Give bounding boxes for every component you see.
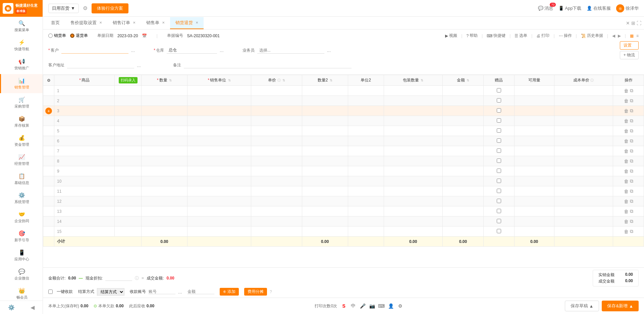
gift-checkbox[interactable] bbox=[497, 138, 501, 143]
available-cell[interactable] bbox=[514, 86, 554, 96]
quantity2-cell[interactable] bbox=[302, 176, 348, 186]
amount-cell[interactable] bbox=[443, 96, 484, 106]
quantity2-cell[interactable] bbox=[302, 146, 348, 156]
sales-unit-cell[interactable] bbox=[187, 156, 251, 166]
unit-price-cell[interactable] bbox=[251, 176, 302, 186]
product-cell[interactable] bbox=[115, 156, 142, 166]
address-input[interactable] bbox=[67, 62, 134, 68]
sales-unit-cell[interactable] bbox=[187, 186, 251, 196]
staff-input[interactable] bbox=[257, 47, 324, 54]
product-cell[interactable] bbox=[115, 116, 142, 126]
quantity-cell[interactable] bbox=[142, 166, 187, 176]
tab-fullscreen-icon[interactable]: ⛶ bbox=[637, 20, 641, 26]
settings-bottom-icon[interactable]: ⚙️ bbox=[8, 304, 15, 311]
sales-unit-cell[interactable] bbox=[187, 126, 251, 136]
available-cell[interactable] bbox=[514, 96, 554, 106]
quantity-cell[interactable] bbox=[142, 146, 187, 156]
unit2-cell[interactable] bbox=[348, 96, 384, 106]
qty-sort[interactable]: ⇅ bbox=[169, 78, 172, 82]
product-cell[interactable] bbox=[115, 166, 142, 176]
next-record-icon[interactable]: ▶ bbox=[618, 34, 621, 38]
copy-row-btn[interactable]: ⧉ bbox=[630, 168, 633, 174]
unit2-cell[interactable] bbox=[348, 116, 384, 126]
sidebar-item-shortcut[interactable]: ⚡ 快捷导航 bbox=[0, 36, 43, 55]
delete-row-btn[interactable]: 🗑 bbox=[624, 188, 629, 194]
save-draft-dropdown-icon[interactable]: ▲ bbox=[589, 304, 594, 309]
experience-btn[interactable]: 体验行业方案 bbox=[92, 3, 128, 13]
gift-checkbox[interactable] bbox=[497, 118, 501, 123]
quantity2-cell[interactable] bbox=[302, 136, 348, 146]
tab-order-close[interactable]: ✕ bbox=[133, 21, 136, 24]
tab-sales-delivery[interactable]: 销售单 ✕ bbox=[141, 17, 170, 29]
row-gear-cell[interactable] bbox=[43, 186, 54, 196]
product-cell[interactable] bbox=[115, 227, 142, 237]
delete-row-btn[interactable]: 🗑 bbox=[624, 178, 629, 184]
gift-cell[interactable] bbox=[483, 156, 514, 166]
unit-price-cell[interactable] bbox=[251, 116, 302, 126]
available-cell[interactable] bbox=[514, 216, 554, 227]
amount-cell[interactable] bbox=[443, 216, 484, 227]
unit-price-cell[interactable] bbox=[251, 227, 302, 237]
unit-price-cell[interactable] bbox=[251, 146, 302, 156]
delete-row-btn[interactable]: 🗑 bbox=[624, 229, 629, 234]
package-qty-cell[interactable] bbox=[384, 136, 443, 146]
col-gear[interactable]: ⚙ bbox=[43, 75, 54, 86]
available-cell[interactable] bbox=[514, 206, 554, 216]
topbar-gear-icon[interactable]: ⚙ bbox=[83, 5, 88, 11]
quantity2-cell[interactable] bbox=[302, 227, 348, 237]
gift-checkbox[interactable] bbox=[497, 169, 501, 173]
gift-checkbox[interactable] bbox=[497, 98, 501, 103]
payment-checkbox[interactable] bbox=[48, 290, 53, 294]
online-service-link[interactable]: 👤 在线客服 bbox=[587, 5, 611, 11]
sidebar-item-basic[interactable]: 📋 基础信息 bbox=[0, 170, 43, 189]
package-qty-cell[interactable] bbox=[384, 156, 443, 166]
amount-cell[interactable] bbox=[443, 106, 484, 116]
quantity-cell[interactable] bbox=[142, 156, 187, 166]
gift-checkbox[interactable] bbox=[497, 229, 501, 233]
unit-price-cell[interactable] bbox=[251, 86, 302, 96]
sales-unit-cell[interactable] bbox=[187, 166, 251, 176]
sales-unit-cell[interactable] bbox=[187, 136, 251, 146]
product-input[interactable] bbox=[117, 109, 139, 113]
package-qty-cell[interactable] bbox=[384, 196, 443, 206]
collapse-icon[interactable]: ◀ bbox=[31, 304, 35, 311]
delete-row-btn[interactable]: 🗑 bbox=[624, 198, 629, 204]
delete-row-btn[interactable]: 🗑 bbox=[624, 118, 629, 124]
copy-row-btn[interactable]: ⧉ bbox=[630, 118, 633, 124]
package-qty-cell[interactable] bbox=[384, 216, 443, 227]
product-cell[interactable] bbox=[115, 196, 142, 206]
quantity-cell[interactable] bbox=[142, 227, 187, 237]
row-gear-cell[interactable] bbox=[43, 176, 54, 186]
quantity2-cell[interactable] bbox=[302, 166, 348, 176]
package-qty-cell[interactable] bbox=[384, 106, 443, 116]
unit2-cell[interactable] bbox=[348, 196, 384, 206]
amount-cell[interactable] bbox=[443, 126, 484, 136]
copy-row-btn[interactable]: ⧉ bbox=[630, 138, 633, 144]
sales-unit-cell[interactable] bbox=[187, 106, 251, 116]
row-gear-cell[interactable] bbox=[43, 206, 54, 216]
available-cell[interactable] bbox=[514, 176, 554, 186]
row-gear-cell[interactable] bbox=[43, 156, 54, 166]
product-cell[interactable] bbox=[115, 106, 142, 116]
amount-cell[interactable] bbox=[443, 186, 484, 196]
cost-price-cell[interactable] bbox=[554, 227, 613, 237]
gift-checkbox[interactable] bbox=[497, 88, 501, 92]
gift-cell[interactable] bbox=[483, 126, 514, 136]
cost-price-cell[interactable] bbox=[554, 116, 613, 126]
toolbar-shortcut[interactable]: ⌨ 快捷键 bbox=[487, 33, 505, 39]
quantity-cell[interactable] bbox=[142, 136, 187, 146]
unit2-cell[interactable] bbox=[348, 227, 384, 237]
sidebar-item-appstore[interactable]: 📱 应用中心 bbox=[0, 246, 43, 265]
unit-price-cell[interactable] bbox=[251, 156, 302, 166]
customer-dots[interactable]: ... bbox=[131, 48, 135, 53]
save-new-dropdown-icon[interactable]: ▲ bbox=[629, 304, 633, 309]
product-cell[interactable] bbox=[115, 186, 142, 196]
price-info-icon[interactable]: ⓘ bbox=[277, 78, 281, 82]
available-cell[interactable] bbox=[514, 196, 554, 206]
row-gear-cell[interactable] bbox=[43, 136, 54, 146]
sidebar-item-inventory[interactable]: 📦 库存核算 bbox=[0, 112, 43, 131]
cost-info-icon[interactable]: ⓘ bbox=[590, 78, 594, 82]
row-gear-cell[interactable] bbox=[43, 86, 54, 96]
amount-cell[interactable] bbox=[443, 136, 484, 146]
quantity-cell[interactable] bbox=[142, 176, 187, 186]
